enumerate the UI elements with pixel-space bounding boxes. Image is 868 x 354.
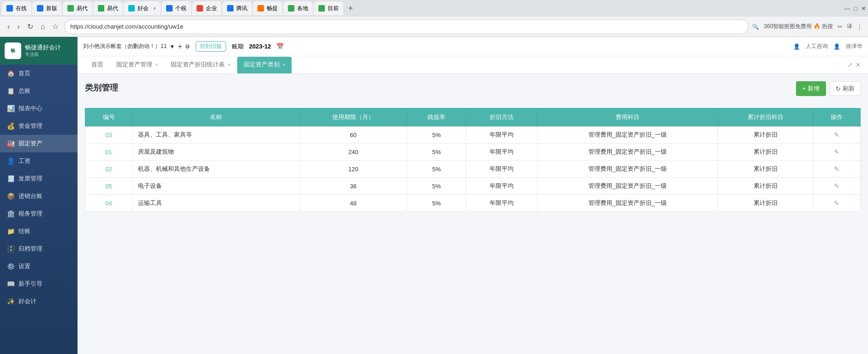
browser-tab-2[interactable]: 易代 [63,1,92,15]
page-tab-assets-mgmt[interactable]: 固定资产管理 × [110,57,164,73]
sidebar-item-ledger[interactable]: 📋 总账 [0,82,78,100]
sidebar-item-haokuai[interactable]: ✨ 好会计 [0,293,78,310]
address-input[interactable] [64,19,748,34]
more-icon[interactable]: ⋮ [857,24,862,30]
page-tab-category-close[interactable]: × [282,62,285,67]
browser-tab-0[interactable]: 在线 [2,1,31,15]
browser-tab-6[interactable]: 企业 [192,1,221,15]
close-window-button[interactable]: ✕ [861,5,866,12]
sidebar-item-inventory[interactable]: 📦 进销台账 [0,187,78,205]
page-tab-actions: ⤢ ✕ [848,61,861,68]
sidebar-item-invoice[interactable]: 🧾 发票管理 [0,170,78,187]
edit-icon-4[interactable]: ✎ [834,199,839,207]
maximize-button[interactable]: □ [854,5,857,12]
sidebar-item-closing[interactable]: 📁 结账 [0,222,78,240]
switch-version-button[interactable]: 切到旧版 [196,41,226,52]
browser-tab-3[interactable]: 易代 [93,1,123,15]
edit-icon-2[interactable]: ✎ [834,165,839,173]
cell-expense-4: 管理费用_固定资产折旧_一级 [537,195,718,212]
page-tab-depreciation-table[interactable]: 固定资产折旧统计表 × [164,57,237,73]
haokuai-icon: ✨ [6,297,15,306]
page-tab-home[interactable]: 首页 [85,57,110,73]
browser-tab-4[interactable]: 好会 × [124,1,161,15]
add-account-button[interactable]: + [178,42,182,51]
cell-action-2[interactable]: ✎ [813,161,860,178]
cell-expense-2: 管理费用_固定资产折旧_一级 [537,161,718,178]
bookmark-button[interactable]: ☆ [50,20,60,33]
page-tab-assets-mgmt-close[interactable]: × [155,62,158,67]
page-body: 类别管理 + 新增 ↻ 刷新 编号 名称 使用期限（月） 残值率 [78,74,868,354]
reload-button[interactable]: ↻ [25,20,35,33]
maximize-page-button[interactable]: ⤢ [848,61,853,68]
sidebar-app-subtitle: 专业版 [25,51,61,58]
sidebar-item-reports[interactable]: 📊 报表中心 [0,100,78,117]
cell-name-2: 机器、机械和其他生产设备 [132,161,300,178]
toolbar: + 新增 ↻ 刷新 [796,81,861,96]
sidebar-label-payroll: 工资 [18,157,30,165]
sidebar-label-settings: 设置 [18,262,30,270]
sidebar-label-invoice: 发票管理 [18,174,42,183]
edit-icon-0[interactable]: ✎ [834,131,839,138]
home-button[interactable]: ⌂ [39,21,47,33]
page-tab-category[interactable]: 固定资产类别 × [237,57,292,73]
cell-name-4: 运输工具 [132,195,300,212]
tab-favicon-3 [98,5,104,12]
minimize-button[interactable]: — [844,5,850,12]
invoice-icon: 🧾 [6,174,15,183]
cell-action-1[interactable]: ✎ [813,144,860,161]
browser-tab-5[interactable]: 个税 [162,1,191,15]
sidebar-item-tax[interactable]: 🏛️ 税务管理 [0,205,78,222]
sidebar-item-guide[interactable]: 📖 新手引导 [0,275,78,293]
tab-favicon-5 [166,5,173,12]
guide-icon: 📖 [6,280,15,288]
cell-action-0[interactable]: ✎ [813,126,860,144]
browser-tab-8[interactable]: 畅提 [253,1,282,15]
dropdown-arrow-icon[interactable]: ▼ [169,43,175,50]
tab-label-6: 企业 [206,5,217,12]
browser-tab-10[interactable]: 目前 [314,1,343,15]
tab-favicon-2 [67,5,74,12]
close-page-button[interactable]: ✕ [856,61,861,68]
forward-button[interactable]: › [15,21,21,33]
tax-icon: 🏛️ [6,210,15,218]
new-tab-button[interactable]: + [344,4,357,13]
edit-icon-1[interactable]: ✎ [834,148,839,156]
cell-expense-3: 管理费用_固定资产折旧_一级 [537,178,718,195]
edit-icon-3[interactable]: ✎ [834,182,839,190]
cell-action-4[interactable]: ✎ [813,195,860,212]
sidebar-item-archive[interactable]: 🗄️ 归档管理 [0,240,78,258]
cell-months-0: 60 [299,126,407,144]
table-row: 03 器具、工具、家具等 60 5% 年限平均 管理费用_固定资产折旧_一级 累… [85,126,861,144]
sidebar-item-funds[interactable]: 💰 资金管理 [0,117,78,135]
cell-ratio-3: 5% [407,178,466,195]
sidebar-logo-text: 畅 [11,48,15,54]
translate-icon: 译 [847,23,852,30]
refresh-button[interactable]: ↻ 刷新 [830,81,861,96]
tab-favicon-6 [197,5,203,12]
browser-tab-9[interactable]: 各地 [283,1,313,15]
sidebar-item-assets[interactable]: 🏭 固定资产 [0,135,78,152]
page-tab-nav: 首页 固定资产管理 × 固定资产折旧统计表 × 固定资产类别 × ⤢ ✕ [78,56,868,74]
sidebar-label-inventory: 进销台账 [18,192,42,200]
page-tab-assets-mgmt-label: 固定资产管理 [116,60,152,69]
tab-favicon-0 [6,5,13,12]
table-body: 03 器具、工具、家具等 60 5% 年限平均 管理费用_固定资产折旧_一级 累… [85,126,861,212]
tab-close-4[interactable]: × [153,6,156,11]
closing-icon: 📁 [6,227,15,235]
sidebar-item-home[interactable]: 🏠 首页 [0,65,78,82]
cell-action-3[interactable]: ✎ [813,178,860,195]
category-table: 编号 名称 使用期限（月） 残值率 折旧方法 费用科目 累计折旧科目 操作 03… [85,108,861,212]
back-button[interactable]: ‹ [6,21,12,33]
browser-tab-7[interactable]: 腾讯 [222,1,252,15]
sidebar-item-settings[interactable]: ⚙️ 设置 [0,258,78,275]
cell-code-0: 03 [85,126,132,144]
page-tab-depreciation-close[interactable]: × [227,62,230,67]
browser-tab-1[interactable]: 新版 [32,1,62,15]
settings-gear-icon[interactable]: ⚙ [185,43,190,50]
sidebar-label-reports: 报表中心 [18,104,42,113]
address-actions: 🔍 360智能抠图免费用 🔥 热搜 ✂ 译 ⋮ [752,23,862,30]
sidebar-item-payroll[interactable]: 👤 工资 [0,152,78,170]
consult-label[interactable]: 人工咨询 [806,42,828,50]
add-button[interactable]: + 新增 [796,81,826,96]
calendar-icon[interactable]: 📅 [276,43,284,50]
